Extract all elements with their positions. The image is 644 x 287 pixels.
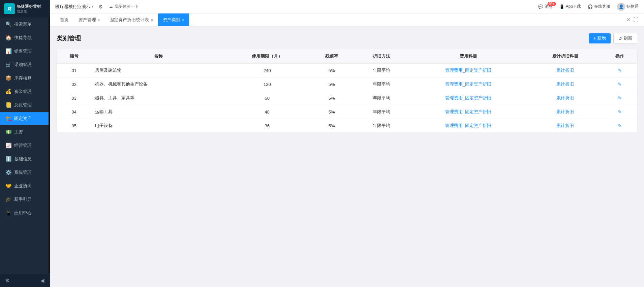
cell-residual-3: 5% [309, 105, 354, 119]
sidebar-icon-ledger: 📒 [5, 102, 11, 108]
page-actions: + 新增 ↺ 刷新 [589, 33, 637, 44]
topbar: 医疗器械行业演示 ▾ ⚙ ☁ 我要体验一下 💬 消息 99+ 📱 App下载 🎧… [50, 0, 644, 13]
sidebar-label-app-center: 应用中心 [14, 210, 32, 216]
sidebar-item-operations[interactable]: 📈 经营管理 [0, 139, 50, 152]
username-label: 畅捷通 [626, 4, 639, 9]
cell-period-2: 60 [225, 91, 309, 105]
sidebar-item-app-center[interactable]: 📱 应用中心 [0, 206, 50, 220]
sidebar-icon-sales: 📊 [5, 48, 11, 54]
sidebar-item-search[interactable]: 🔍 搜索菜单 [0, 18, 50, 31]
experience-button[interactable]: ☁ 我要体验一下 [109, 4, 139, 9]
sidebar-label-ledger: 总账管理 [14, 102, 32, 108]
sidebar-label-basic-info: 基础信息 [14, 156, 32, 162]
sidebar-item-payroll[interactable]: 💵 工资 [0, 125, 50, 139]
app-logo-icon: 财 [4, 3, 15, 14]
cell-period-1: 120 [225, 77, 309, 91]
sidebar-item-guide[interactable]: 🎓 新手引导 [0, 193, 50, 206]
cell-op-1[interactable]: ✎ [602, 77, 637, 91]
cell-accum-1[interactable]: 累计折旧 [528, 77, 603, 91]
cell-op-4[interactable]: ✎ [602, 119, 637, 133]
user-item[interactable]: 👤 畅捷通 [617, 3, 639, 11]
data-table-container: 编号名称使用期限（月）残值率折旧方法费用科目累计折旧科目操作 01房屋及建筑物2… [57, 49, 637, 133]
sidebar-item-enterprise[interactable]: 🤝 企业协同 [0, 179, 50, 193]
sidebar-label-operations: 经营管理 [14, 142, 32, 149]
cell-code-2: 03 [57, 91, 92, 105]
close-tab-icon[interactable]: ✕ [626, 17, 631, 23]
cell-expense-1[interactable]: 管理费用_固定资产折旧 [409, 77, 528, 91]
col-header-2: 使用期限（月） [225, 49, 309, 64]
sidebar-item-system[interactable]: ⚙️ 系统管理 [0, 166, 50, 179]
cell-expense-0[interactable]: 管理费用_固定资产折旧 [409, 64, 528, 77]
asset-type-table: 编号名称使用期限（月）残值率折旧方法费用科目累计折旧科目操作 01房屋及建筑物2… [57, 49, 637, 133]
cell-op-0[interactable]: ✎ [602, 64, 637, 77]
app-name: 畅捷通好业财 [17, 4, 41, 9]
sidebar-item-purchase[interactable]: 🛒 采购管理 [0, 58, 50, 71]
col-header-0: 编号 [57, 49, 92, 64]
cell-expense-3[interactable]: 管理费用_固定资产折旧 [409, 105, 528, 119]
page-title: 类别管理 [57, 34, 81, 42]
sidebar-icon-operations: 📈 [5, 142, 11, 149]
new-button[interactable]: + 新增 [589, 33, 611, 43]
table-row: 01房屋及建筑物2405%年限平均管理费用_固定资产折旧累计折旧✎ [57, 64, 637, 77]
sidebar-item-ledger[interactable]: 📒 总账管理 [0, 98, 50, 112]
sidebar-label-guide: 新手引导 [14, 196, 32, 202]
col-header-7: 操作 [602, 49, 637, 64]
cell-residual-0: 5% [309, 64, 354, 77]
sidebar-item-quick-nav[interactable]: 🏠 快捷导航 [0, 31, 50, 44]
cell-code-3: 04 [57, 105, 92, 119]
sidebar-item-sales[interactable]: 📊 销售管理 [0, 44, 50, 58]
expand-tab-icon[interactable]: ⛶ [633, 17, 639, 23]
cell-accum-0[interactable]: 累计折旧 [528, 64, 603, 77]
cell-code-4: 05 [57, 119, 92, 133]
cell-residual-1: 5% [309, 77, 354, 91]
cell-op-3[interactable]: ✎ [602, 105, 637, 119]
cell-period-3: 48 [225, 105, 309, 119]
online-service-item[interactable]: 🎧 在线客服 [588, 4, 610, 9]
cell-period-4: 36 [225, 119, 309, 133]
app-logo-text-group: 畅捷通好业财 普及版 [17, 4, 41, 14]
tab-home[interactable]: 首页 [55, 13, 74, 26]
settings-icon[interactable]: ⚙ [5, 278, 10, 284]
sidebar-item-inventory[interactable]: 📦 库存核算 [0, 71, 50, 85]
cell-code-0: 01 [57, 64, 92, 77]
cell-method-1: 年限平均 [354, 77, 409, 91]
tab-label-home: 首页 [60, 17, 69, 23]
cell-residual-4: 5% [309, 119, 354, 133]
sidebar-icon-quick-nav: 🏠 [5, 35, 11, 41]
col-header-4: 折旧方法 [354, 49, 409, 64]
collapse-icon[interactable]: ◀ [40, 278, 44, 284]
sidebar-item-basic-info[interactable]: ℹ️ 基础信息 [0, 152, 50, 166]
topbar-settings-icon[interactable]: ⚙ [98, 4, 103, 10]
sidebar-label-inventory: 库存核算 [14, 75, 32, 81]
cell-expense-4[interactable]: 管理费用_固定资产折旧 [409, 119, 528, 133]
table-row: 03器具、工具、家具等605%年限平均管理费用_固定资产折旧累计折旧✎ [57, 91, 637, 105]
sidebar-icon-capital: 💰 [5, 89, 11, 95]
app-download-item[interactable]: 📱 App下载 [559, 4, 581, 9]
tab-asset-mgmt[interactable]: 资产管理× [74, 13, 105, 26]
tab-close-depreciation-table[interactable]: × [151, 18, 153, 22]
sidebar-icon-inventory: 📦 [5, 75, 11, 81]
refresh-label: 刷新 [623, 35, 632, 41]
online-service-label: 在线客服 [594, 4, 610, 9]
company-name: 医疗器械行业演示 [55, 4, 90, 10]
cell-accum-3[interactable]: 累计折旧 [528, 105, 603, 119]
tab-close-asset-mgmt[interactable]: × [98, 18, 100, 22]
message-item[interactable]: 💬 消息 99+ [538, 4, 553, 9]
tab-close-asset-type[interactable]: × [182, 18, 184, 22]
refresh-button[interactable]: ↺ 刷新 [613, 33, 637, 44]
sidebar-item-fixed-asset[interactable]: 🏗️ 固定资产 [0, 112, 50, 125]
tab-asset-type[interactable]: 资产类型× [158, 13, 189, 26]
tab-depreciation-table[interactable]: 固定资产折旧统计表× [105, 13, 158, 26]
table-row: 02机器、机械和其他生产设备1205%年限平均管理费用_固定资产折旧累计折旧✎ [57, 77, 637, 91]
page-header: 类别管理 + 新增 ↺ 刷新 [57, 33, 637, 44]
company-selector[interactable]: 医疗器械行业演示 ▾ [55, 4, 94, 10]
cell-expense-2[interactable]: 管理费用_固定资产折旧 [409, 91, 528, 105]
cell-name-4: 电子设备 [92, 119, 225, 133]
cell-accum-2[interactable]: 累计折旧 [528, 91, 603, 105]
sidebar-label-enterprise: 企业协同 [14, 183, 32, 189]
cell-op-2[interactable]: ✎ [602, 91, 637, 105]
cell-accum-4[interactable]: 累计折旧 [528, 119, 603, 133]
sidebar-item-capital[interactable]: 💰 资金管理 [0, 85, 50, 98]
sidebar-footer: ⚙ ◀ [0, 274, 50, 287]
table-body: 01房屋及建筑物2405%年限平均管理费用_固定资产折旧累计折旧✎02机器、机械… [57, 64, 637, 133]
